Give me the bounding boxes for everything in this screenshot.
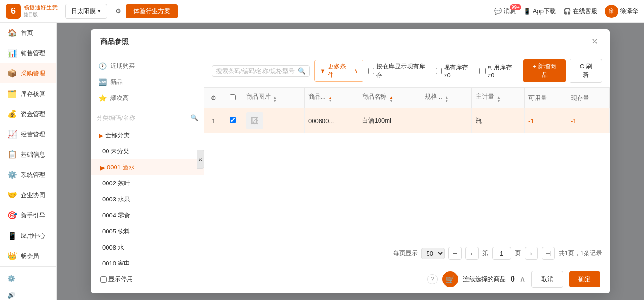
available-stock-checkbox[interactable] bbox=[479, 68, 486, 74]
cancel-button[interactable]: 取消 bbox=[531, 271, 563, 288]
nonzero-stock-filter[interactable]: 现有库存≠0 bbox=[436, 63, 475, 79]
sidebar-label-finance: 资金管理 bbox=[21, 110, 45, 118]
sidebar-item-enterprise[interactable]: 🤝 企业协同 bbox=[0, 185, 56, 205]
prev-page-button[interactable]: ‹ bbox=[465, 247, 479, 260]
user-menu[interactable]: 徐 徐泽华 bbox=[605, 5, 638, 18]
sidebar-label-inventory: 库存核算 bbox=[21, 90, 45, 98]
last-page-button[interactable]: ⊣ bbox=[542, 247, 555, 260]
sidebar-label-sales: 销售管理 bbox=[21, 49, 45, 58]
category-unclassified-label: 00 未分类 bbox=[102, 147, 129, 156]
message-nav-item[interactable]: 💬 消息 99+ bbox=[494, 7, 516, 16]
select-all-checkbox[interactable] bbox=[230, 94, 236, 100]
logo-area: 6 畅捷通好生意 捷目版 bbox=[6, 4, 58, 19]
sort-unit-icon: ▲▼ bbox=[497, 96, 501, 103]
sidebar-item-guide[interactable]: 🎯 新手引导 bbox=[0, 205, 56, 225]
show-disabled-checkbox[interactable] bbox=[100, 276, 107, 283]
row-checkbox-cell[interactable] bbox=[223, 108, 242, 133]
category-fruit-label: 0003 水果 bbox=[102, 195, 130, 204]
sort-image-icon: ▲▼ bbox=[273, 96, 277, 103]
th-unit[interactable]: 主计量 ▲▼ bbox=[472, 88, 525, 108]
sidebar-item-basic[interactable]: 📋 基础信息 bbox=[0, 144, 56, 165]
th-available[interactable]: 可用量 bbox=[525, 88, 567, 108]
chevron-left-icon: ‹‹ bbox=[199, 157, 202, 162]
config-icon: ⚙ bbox=[211, 94, 216, 101]
sidebar-label-guide: 新手引导 bbox=[21, 211, 45, 220]
warehouse-stock-checkbox[interactable] bbox=[368, 68, 374, 74]
add-product-button[interactable]: + 新增商品 bbox=[523, 59, 566, 82]
row-checkbox[interactable] bbox=[230, 117, 236, 123]
sidebar-item-inventory[interactable]: 🗂️ 库存核算 bbox=[0, 83, 56, 104]
category-snack[interactable]: 0004 零食 bbox=[91, 208, 204, 224]
next-page-button[interactable]: › bbox=[525, 247, 538, 260]
app-download-item[interactable]: 📱 App下载 bbox=[523, 7, 556, 16]
sidebar-item-system[interactable]: ⚙️ 系统管理 bbox=[0, 165, 56, 185]
refresh-button[interactable]: C 刷新 bbox=[570, 59, 602, 83]
company-dropdown[interactable]: 日太阳膜 ▾ bbox=[65, 4, 107, 19]
filter-icon: ▼ bbox=[320, 67, 326, 75]
sidebar-item-finance[interactable]: 💰 资金管理 bbox=[0, 104, 56, 124]
prev-icon: ‹ bbox=[471, 250, 472, 257]
per-page-select[interactable]: 50 bbox=[421, 248, 445, 259]
modal-overlay: 商品参照 ✕ 🕐 近期购买 🆕 bbox=[57, 23, 644, 300]
online-service-item[interactable]: 🎧 在线客服 bbox=[563, 7, 597, 16]
recent-purchase-label: 近期购买 bbox=[110, 62, 135, 70]
page-number-input[interactable] bbox=[492, 247, 511, 260]
collapse-panel-button[interactable]: ‹‹ bbox=[197, 150, 204, 169]
last-page-icon: ⊣ bbox=[545, 250, 551, 257]
settings-icon[interactable]: ⚙ bbox=[111, 4, 126, 19]
sidebar-label-purchase: 采购管理 bbox=[21, 69, 45, 78]
first-page-button[interactable]: ⊢ bbox=[448, 247, 462, 260]
category-beverage[interactable]: 0005 饮料 bbox=[91, 224, 204, 240]
first-page-icon: ⊢ bbox=[452, 250, 457, 257]
modal-close-button[interactable]: ✕ bbox=[589, 36, 600, 47]
confirm-button[interactable]: 确定 bbox=[569, 271, 600, 287]
row-name-cell: 白酒100ml bbox=[358, 108, 421, 133]
category-search-icon[interactable]: 🔍 bbox=[190, 114, 198, 121]
sidebar-item-sales[interactable]: 📊 销售管理 bbox=[0, 43, 56, 63]
sidebar-item-business[interactable]: 📈 经营管理 bbox=[0, 124, 56, 144]
experience-button[interactable]: 体验行业方案 bbox=[126, 4, 178, 18]
th-code[interactable]: 商品... ▲▼ bbox=[305, 88, 358, 108]
new-product-tab[interactable]: 🆕 新品 bbox=[91, 74, 204, 90]
sidebar-item-purchase[interactable]: 📦 采购管理 bbox=[0, 63, 56, 83]
th-stock-label: 现存量 bbox=[571, 94, 589, 101]
sidebar-item-home[interactable]: 🏠 首页 bbox=[0, 23, 56, 43]
help-button[interactable]: ? bbox=[427, 274, 438, 284]
show-disabled-checkbox-label[interactable]: 显示停用 bbox=[100, 275, 133, 283]
sidebar-settings[interactable]: ⚙️ bbox=[0, 270, 56, 287]
available-stock-filter[interactable]: 可用库存≠0 bbox=[479, 63, 519, 79]
category-appliance[interactable]: 0010 家电 bbox=[91, 256, 204, 265]
category-tea[interactable]: 0002 茶叶 bbox=[91, 175, 204, 192]
category-tea-label: 0002 茶叶 bbox=[102, 179, 130, 188]
product-search-input[interactable] bbox=[216, 67, 295, 75]
sidebar-item-apps[interactable]: 📱 应用中心 bbox=[0, 225, 56, 246]
nonzero-stock-checkbox[interactable] bbox=[436, 68, 442, 74]
warehouse-stock-filter[interactable]: 按仓库显示现有库存 bbox=[368, 62, 431, 79]
row-image-cell: 🖼 bbox=[242, 108, 305, 133]
th-name[interactable]: 商品名称 ▲▼ bbox=[358, 88, 421, 108]
category-search-input[interactable] bbox=[97, 114, 188, 121]
category-unclassified[interactable]: 00 未分类 bbox=[91, 143, 204, 159]
category-fruit[interactable]: 0003 水果 bbox=[91, 192, 204, 208]
category-liquor[interactable]: ▶ 0001 酒水 bbox=[91, 159, 204, 175]
category-water[interactable]: 0008 水 bbox=[91, 240, 204, 256]
pagination: 每页显示 50 ⊢ ‹ 第 页 bbox=[204, 242, 610, 265]
sidebar-item-member[interactable]: 👑 畅会员 bbox=[0, 246, 56, 266]
th-spec[interactable]: 规格... ▲▼ bbox=[421, 88, 472, 108]
frequent-tab[interactable]: ⭐ 频次高 bbox=[91, 90, 204, 106]
collapse-cart-button[interactable]: ∧ bbox=[520, 274, 526, 284]
th-checkbox[interactable] bbox=[223, 88, 242, 108]
apps-icon: 📱 bbox=[8, 231, 17, 240]
category-all[interactable]: ▶ 全部分类 bbox=[91, 127, 204, 143]
th-config[interactable]: ⚙ bbox=[204, 88, 223, 108]
search-icon[interactable]: 🔍 bbox=[298, 67, 305, 75]
member-icon: 👑 bbox=[8, 251, 17, 260]
recent-purchase-tab[interactable]: 🕐 近期购买 bbox=[91, 58, 204, 74]
th-stock[interactable]: 现存量 bbox=[567, 88, 610, 108]
sidebar-label-business: 经营管理 bbox=[21, 130, 45, 139]
table-row[interactable]: 1 🖼 bbox=[204, 108, 610, 133]
sidebar-volume[interactable]: 🔊 bbox=[0, 287, 56, 300]
modal-title: 商品参照 bbox=[100, 37, 129, 46]
cart-icon-button[interactable]: 🛒 bbox=[442, 271, 458, 287]
more-filter-button[interactable]: ▼ 更多条件 ∧ bbox=[314, 60, 363, 82]
